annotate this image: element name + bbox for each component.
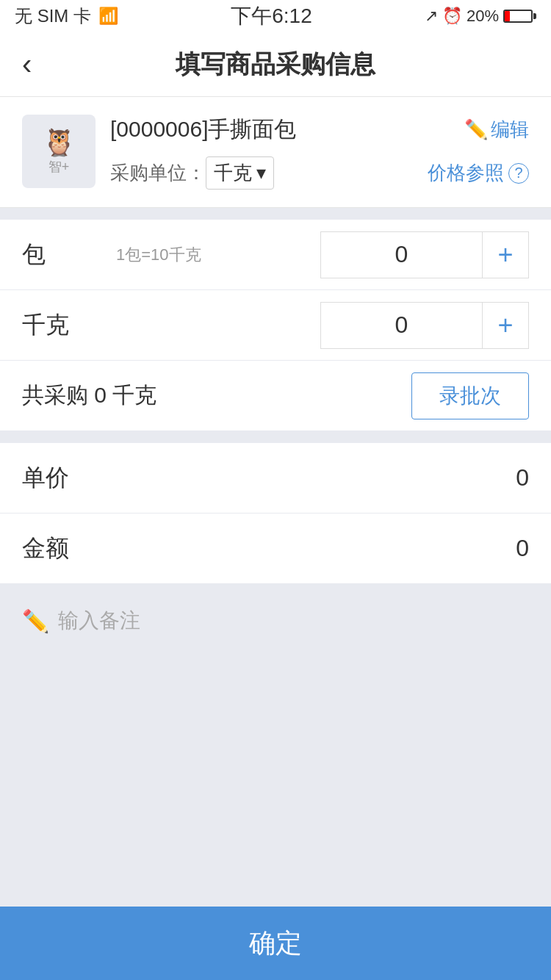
price-value-unit: 0 [516, 464, 529, 491]
chevron-down-icon: ▾ [256, 162, 266, 184]
record-batch-label: 录批次 [439, 382, 501, 410]
battery-icon [503, 10, 536, 23]
back-button[interactable]: ‹ [22, 48, 32, 81]
info-icon: ? [508, 163, 529, 184]
product-image: 🦉 智+ [22, 115, 96, 188]
input-label-bao: 包 [22, 239, 110, 271]
status-right: ↗ ⏰ 20% [425, 7, 536, 26]
status-bar: 无 SIM 卡 📶 下午6:12 ↗ ⏰ 20% [0, 0, 551, 32]
summary-row: 共采购 0 千克 录批次 [0, 361, 551, 431]
summary-text: 共采购 0 千克 [22, 381, 156, 411]
price-label-total: 金额 [22, 533, 69, 565]
price-ref-label: 价格参照 [428, 160, 504, 186]
page-title: 填写商品采购信息 [176, 48, 375, 82]
edit-button[interactable]: ✏️ 编辑 [464, 117, 529, 143]
edit-icon: ✏️ [464, 118, 488, 141]
plus-button-bao[interactable]: + [482, 231, 529, 278]
edit-label: 编辑 [491, 117, 529, 143]
section-divider-2 [0, 431, 551, 443]
confirm-button[interactable]: 确定 [0, 907, 551, 980]
brand-text: 智+ [48, 158, 70, 176]
sim-label: 无 SIM 卡 [15, 4, 91, 28]
note-placeholder: 输入备注 [58, 607, 140, 635]
input-row-kg: 千克 + [0, 290, 551, 361]
quantity-input-kg[interactable] [320, 302, 482, 349]
price-row-total: 金额 0 [0, 514, 551, 584]
status-left: 无 SIM 卡 📶 [15, 4, 118, 28]
price-ref-button[interactable]: 价格参照 ? [428, 160, 529, 186]
quantity-input-bao[interactable] [320, 231, 482, 278]
price-section: 单价 0 金额 0 [0, 443, 551, 584]
status-time: 下午6:12 [231, 2, 312, 30]
product-section: 🦉 智+ [0000006]手撕面包 ✏️ 编辑 采购单位： 千克 ▾ 价格参照… [0, 97, 551, 208]
section-divider-1 [0, 208, 551, 220]
alarm-icon: ⏰ [442, 7, 462, 26]
price-value-total: 0 [516, 535, 529, 562]
wifi-icon: 📶 [98, 7, 118, 26]
input-label-kg: 千克 [22, 309, 110, 342]
product-name-row: [0000006]手撕面包 ✏️ 编辑 [110, 115, 529, 145]
product-info: [0000006]手撕面包 ✏️ 编辑 采购单位： 千克 ▾ 价格参照 ? [110, 115, 529, 190]
price-label-unit: 单价 [22, 462, 69, 494]
quantity-section: 包 1包=10千克 + 千克 + [0, 220, 551, 361]
battery-label: 20% [467, 7, 499, 26]
price-row-unit: 单价 0 [0, 443, 551, 514]
product-name: [0000006]手撕面包 [110, 115, 296, 145]
direction-icon: ↗ [425, 7, 438, 26]
input-right-kg: + [320, 302, 529, 349]
unit-select[interactable]: 千克 ▾ [206, 156, 274, 190]
bottom-spacer [0, 657, 551, 915]
input-right-bao: + [320, 231, 529, 278]
plus-button-kg[interactable]: + [482, 302, 529, 349]
purchase-unit-row: 采购单位： 千克 ▾ 价格参照 ? [110, 156, 529, 190]
input-sublabel-bao: 1包=10千克 [116, 244, 201, 266]
note-section[interactable]: ✏️ 输入备注 [0, 584, 551, 657]
unit-label: 采购单位： [110, 160, 206, 186]
nav-bar: ‹ 填写商品采购信息 [0, 32, 551, 97]
unit-value: 千克 [214, 160, 252, 186]
confirm-label: 确定 [249, 926, 302, 962]
owl-icon: 🦉 [43, 127, 76, 158]
input-row-bao: 包 1包=10千克 + [0, 220, 551, 290]
record-batch-button[interactable]: 录批次 [411, 372, 529, 419]
pencil-icon: ✏️ [22, 608, 49, 634]
back-icon: ‹ [22, 48, 32, 80]
